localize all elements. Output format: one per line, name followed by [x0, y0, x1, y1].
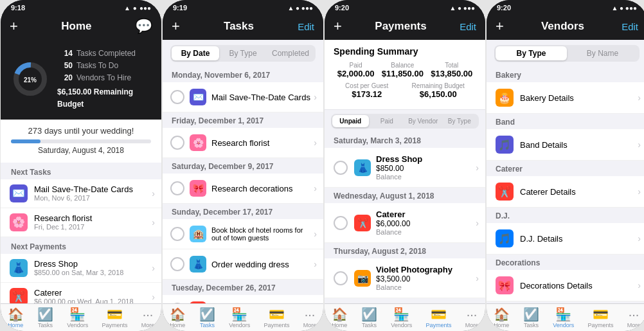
vendor-icon-bakery: 🎂 [496, 89, 514, 107]
tab-payments[interactable]: 💳 Payments [264, 308, 290, 328]
task-row[interactable]: 🎀 Research decorations › [163, 174, 323, 204]
tab-tasks[interactable]: ☑️ Tasks [361, 308, 377, 328]
task-check-circle[interactable] [170, 227, 184, 241]
segment-unpaid[interactable]: Unpaid [332, 115, 369, 127]
tab-home[interactable]: 🏠 Home [332, 308, 348, 328]
tab-home[interactable]: 🏠 Home [8, 308, 24, 328]
payment-row[interactable]: 📷 Violet Photography $3,500.00 Balance › [325, 258, 485, 298]
tasks-tab-icon: ☑️ [37, 308, 53, 321]
task-check-circle[interactable] [170, 90, 184, 104]
payment-check[interactable] [334, 216, 348, 230]
payment-icon-caterer: ✂️ [10, 288, 28, 303]
nav-bar-home: + Home 💬 [1, 14, 161, 40]
tab-label: More [303, 322, 317, 328]
list-item[interactable]: 👗 Dress Shop $850.00 on Sat, Mar 3, 2018… [1, 254, 161, 283]
task-row[interactable]: 🏨 Book block of hotel rooms for out of t… [163, 219, 323, 249]
task-row[interactable]: ✉️ Mail Save-The-Date Cards › [163, 82, 323, 112]
segment-bytype[interactable]: By Type [219, 46, 267, 60]
add-button-home[interactable]: + [10, 18, 18, 35]
segment-byname[interactable]: By Name [567, 46, 638, 60]
tab-label: Vendors [229, 322, 250, 328]
tasks-content: By Date By Type Completed Monday, Novemb… [163, 40, 323, 331]
payment-row[interactable]: ✂️ Caterer $6,000.00 Balance › [325, 203, 485, 243]
list-item[interactable]: ✉️ Mail Save-The-Date Cards Mon, Nov 6, … [1, 179, 161, 208]
vendor-row[interactable]: 🎀 Decorations Details › [487, 270, 644, 301]
task-check-circle[interactable] [170, 136, 184, 150]
edit-button-vendors[interactable]: Edit [622, 21, 638, 32]
tab-home[interactable]: 🏠 Home [170, 308, 186, 328]
segment-paid[interactable]: Paid [369, 115, 406, 127]
task-row[interactable]: 👗 Order wedding dress › [163, 249, 323, 280]
segment-completed[interactable]: Completed [267, 46, 314, 60]
chevron-icon: › [152, 292, 155, 302]
add-button-vendors[interactable]: + [496, 18, 504, 35]
segment-bydate[interactable]: By Date [172, 46, 219, 60]
svg-text:21%: 21% [24, 76, 37, 84]
tab-tasks[interactable]: ☑️ Tasks [37, 308, 53, 328]
page-title-tasks: Tasks [224, 20, 254, 33]
payment-row[interactable]: 👗 Dress Shop $850.00 Balance › [325, 148, 485, 188]
task-row[interactable]: 🌸 Research florist › [163, 128, 323, 158]
tab-vendors[interactable]: 🏪 Vendors [67, 308, 88, 328]
tab-vendors[interactable]: 🏪 Vendors [553, 308, 574, 328]
tab-tasks[interactable]: ☑️ Tasks [199, 308, 215, 328]
more-tab-icon: ··· [305, 308, 316, 321]
segment-bytype[interactable]: By Type [442, 115, 478, 127]
nav-bar-payments: + Payments Edit [325, 14, 485, 40]
vendors-content: By Type By Name Bakery 🎂 Bakery Details … [487, 40, 644, 331]
payment-icon: 👗 [354, 159, 371, 176]
segment-byvendor[interactable]: By Vendor [405, 115, 442, 127]
tab-label-tasks: Tasks [38, 322, 53, 328]
vendor-row[interactable]: 🎵 D.J. Details › [487, 223, 644, 255]
tab-tasks[interactable]: ☑️ Tasks [523, 308, 539, 328]
task-row[interactable]: ✂️ Book Caterer › [163, 295, 323, 303]
tab-more[interactable]: ··· More [465, 308, 479, 328]
vendor-row[interactable]: 🎵 Band Details › [487, 129, 644, 161]
edit-button-payments[interactable]: Edit [460, 21, 476, 32]
date-header: Saturday, December 9, 2017 [163, 158, 323, 174]
tab-label: Home [170, 322, 185, 328]
chevron-icon: › [152, 217, 155, 228]
payment-check[interactable] [334, 161, 348, 175]
vendor-row[interactable]: 🎂 Bakery Details › [487, 82, 644, 114]
more-tab-icon: ··· [143, 308, 154, 321]
donut-chart: 21% [11, 60, 49, 98]
payments-scroll[interactable]: Saturday, March 3, 2018 👗 Dress Shop $85… [325, 132, 485, 303]
add-button-payments[interactable]: + [334, 18, 342, 35]
chat-icon-home[interactable]: 💬 [135, 18, 152, 35]
list-item[interactable]: 🌸 Research florist Fri, Dec 1, 2017 › [1, 208, 161, 237]
segment-bytype[interactable]: By Type [496, 46, 567, 60]
vendors-scroll[interactable]: Bakery 🎂 Bakery Details › Band 🎵 Band De… [487, 67, 644, 303]
date-header: Monday, November 6, 2017 [163, 67, 323, 82]
time-tasks: 9:19 [173, 4, 187, 12]
vendor-row[interactable]: ✂️ Caterer Details › [487, 176, 644, 208]
vendors-tab-icon: 🏪 [69, 308, 85, 321]
edit-button-tasks[interactable]: Edit [298, 21, 314, 32]
payment-content: Violet Photography $3,500.00 Balance [376, 265, 473, 291]
add-button-tasks[interactable]: + [172, 18, 180, 35]
home-scroll[interactable]: Next Tasks ✉️ Mail Save-The-Date Cards M… [1, 163, 161, 303]
vendor-icon-decorations: 🎀 [496, 276, 514, 294]
tab-vendors[interactable]: 🏪 Vendors [229, 308, 250, 328]
tab-payments[interactable]: 💳 Payments [102, 308, 128, 328]
tab-more[interactable]: ··· More [303, 308, 317, 328]
tab-home[interactable]: 🏠 Home [494, 308, 510, 328]
payment-check[interactable] [334, 271, 348, 285]
spending-row-2: Cost per Guest $173.12 Remaining Budget … [334, 82, 476, 99]
task-check-circle[interactable] [170, 257, 184, 271]
tab-vendors[interactable]: 🏪 Vendors [391, 308, 412, 328]
tab-payments[interactable]: 💳 Payments [588, 308, 614, 328]
next-payments-header: Next Payments [1, 237, 161, 254]
list-item[interactable]: ✂️ Caterer $6,000.00 on Wed, Aug 1, 2018… [1, 283, 161, 303]
tab-more[interactable]: ··· More [141, 308, 155, 328]
tasks-scroll[interactable]: Monday, November 6, 2017 ✉️ Mail Save-Th… [163, 67, 323, 303]
chevron-icon: › [314, 183, 317, 193]
tab-more[interactable]: ··· More [627, 308, 641, 328]
tab-payments[interactable]: 💳 Payments [426, 308, 452, 328]
date-header: Saturday, March 3, 2018 [325, 132, 485, 148]
chevron-icon: › [152, 263, 155, 273]
status-bar-home: 9:18 ▲●●●● [1, 0, 161, 14]
home-stats: 21% 14 Tasks Completed 50 Tasks To Do 20… [1, 40, 161, 120]
task-check-circle[interactable] [170, 181, 184, 195]
time-payments: 9:20 [335, 4, 349, 12]
